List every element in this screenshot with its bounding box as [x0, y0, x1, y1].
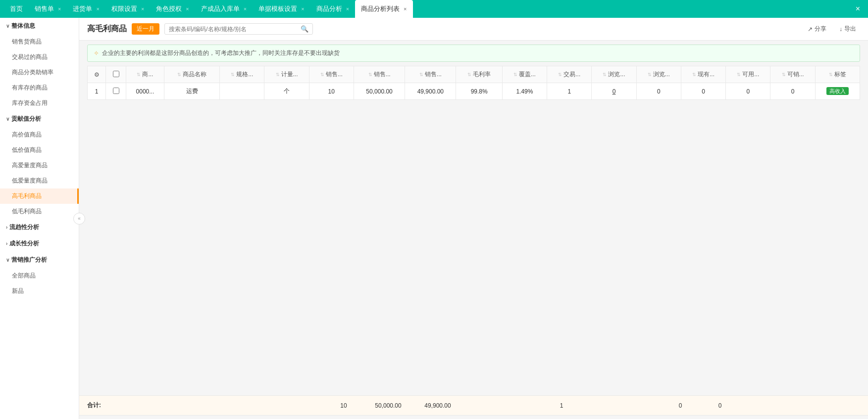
section-label: 营销推广分析 [11, 256, 47, 264]
share-button[interactable]: ↗ 分享 [804, 23, 830, 35]
sort-icon-current[interactable]: ⇅ [692, 72, 696, 77]
col-header-saleable[interactable]: ⇅可销... [770, 66, 815, 83]
sort-icon-coverage[interactable]: ⇅ [513, 72, 517, 77]
sort-icon-browse2[interactable]: ⇅ [648, 72, 652, 77]
sort-icon-sale_profit[interactable]: ⇅ [419, 72, 423, 77]
sort-icon-sale_qty[interactable]: ⇅ [320, 72, 324, 77]
row-checkbox[interactable] [113, 88, 119, 94]
sort-icon-gross_margin[interactable]: ⇅ [467, 72, 471, 77]
col-header-code[interactable]: ⇅商... [126, 66, 164, 83]
footer-cell-10 [502, 402, 542, 409]
sort-icon-browse1[interactable]: ⇅ [603, 72, 607, 77]
col-header-sale_qty[interactable]: ⇅销售... [309, 66, 354, 83]
nav-close-icon[interactable]: × [96, 6, 99, 12]
cell-trade[interactable]: 1 [547, 83, 592, 100]
sidebar-toggle-button[interactable]: « [73, 213, 85, 225]
sidebar-item-0-0[interactable]: 销售货商品 [0, 34, 79, 49]
select-all-checkbox[interactable] [113, 71, 119, 77]
sidebar-item-1-1[interactable]: 低价值商品 [0, 142, 79, 158]
nav-item-进货单[interactable]: 进货单× [67, 0, 105, 18]
sidebar-section-1[interactable]: ∨贡献值分析 [0, 111, 79, 127]
nav-close-icon[interactable]: × [141, 6, 144, 12]
sidebar-item-1-2[interactable]: 高爱量度商品 [0, 158, 79, 173]
sidebar-item-1-0[interactable]: 高价值商品 [0, 127, 79, 142]
tag-badge: 高收入 [826, 87, 849, 95]
col-header-unit[interactable]: ⇅计量... [264, 66, 309, 83]
col-header-coverage[interactable]: ⇅覆盖... [502, 66, 547, 83]
sort-icon-name[interactable]: ⇅ [177, 72, 181, 77]
browse-link[interactable]: 0 [613, 88, 616, 95]
sort-icon-sale_amount[interactable]: ⇅ [368, 72, 372, 77]
footer-cell-13 [621, 402, 661, 409]
export-button[interactable]: ↓ 导出 [835, 23, 860, 35]
nav-item-商品分析[interactable]: 商品分析× [310, 0, 355, 18]
col-header-tag[interactable]: ⇅标签 [815, 66, 860, 83]
footer-cell-1 [131, 402, 151, 409]
nav-close-icon[interactable]: × [244, 6, 247, 12]
settings-icon[interactable]: ⚙ [94, 71, 100, 78]
sidebar-section-3[interactable]: ›成长性分析 [0, 235, 79, 252]
bottom-scrollbar[interactable] [79, 415, 868, 419]
sidebar-item-1-4[interactable]: 高毛利商品 [0, 188, 79, 204]
col-header-browse1[interactable]: ⇅浏览... [592, 66, 636, 83]
sidebar-item-4-1[interactable]: 新品 [0, 283, 79, 299]
nav-close-icon[interactable]: × [404, 6, 407, 12]
sidebar-item-0-3[interactable]: 有库存的商品 [0, 80, 79, 95]
sort-icon-tag[interactable]: ⇅ [829, 72, 833, 77]
sidebar-item-1-3[interactable]: 低爱量度商品 [0, 173, 79, 188]
col-header-name[interactable]: ⇅商品名称 [164, 66, 220, 83]
col-header-sale_profit[interactable]: ⇅销售... [405, 66, 456, 83]
period-button[interactable]: 近一月 [132, 23, 159, 35]
footer-cell-7: 50,000.00 [363, 402, 413, 409]
nav-item-权限设置[interactable]: 权限设置× [105, 0, 150, 18]
sidebar-item-0-2[interactable]: 商品分类助销率 [0, 65, 79, 80]
sidebar-item-1-5[interactable]: 低毛利商品 [0, 204, 79, 219]
footer-cell-9 [462, 402, 502, 409]
nav-close-icon[interactable]: × [301, 6, 304, 12]
nav-item-销售单[interactable]: 销售单× [29, 0, 67, 18]
window-close-button[interactable]: × [852, 4, 864, 13]
cell-saleable: 0 [770, 83, 815, 100]
section-label: 流趋性分析 [9, 223, 39, 232]
table-row: 10000...运费个1050,000.0049,900.0099.8%1.49… [88, 83, 860, 100]
nav-item-单据模板设置[interactable]: 单据模板设置× [253, 0, 310, 18]
col-label-browse2: 浏览... [653, 70, 670, 79]
sidebar-item-0-4[interactable]: 库存资金占用 [0, 95, 79, 111]
col-header-current[interactable]: ⇅现有... [681, 66, 725, 83]
nav-item-商品分析列表[interactable]: 商品分析列表× [355, 0, 412, 18]
sort-icon-spec[interactable]: ⇅ [231, 72, 235, 77]
col-header-spec[interactable]: ⇅规格... [220, 66, 264, 83]
page-title: 高毛利商品 [87, 24, 127, 34]
sidebar-section-4[interactable]: ∨营销推广分析 [0, 252, 79, 268]
search-box[interactable]: 🔍 [164, 23, 313, 35]
sort-icon-trade[interactable]: ⇅ [558, 72, 562, 77]
nav-close-icon[interactable]: × [186, 6, 189, 12]
cell-spec [220, 83, 264, 100]
sort-icon-saleable[interactable]: ⇅ [782, 72, 786, 77]
col-header-gross_margin[interactable]: ⇅毛利率 [456, 66, 502, 83]
table-container[interactable]: ⚙⇅商...⇅商品名称⇅规格...⇅计量...⇅销售...⇅销售...⇅销售..… [87, 66, 860, 395]
nav-item-角色授权[interactable]: 角色授权× [150, 0, 195, 18]
sidebar-item-0-1[interactable]: 交易过的商品 [0, 49, 79, 65]
sidebar-section-0[interactable]: ∨整体信息 [0, 18, 79, 34]
col-header-trade[interactable]: ⇅交易... [547, 66, 592, 83]
col-label-sale_amount: 销售... [374, 70, 391, 79]
nav-close-icon[interactable]: × [346, 6, 349, 12]
footer-cell-15: 0 [700, 402, 740, 409]
col-header-browse2[interactable]: ⇅浏览... [636, 66, 681, 83]
col-header-available[interactable]: ⇅可用... [726, 66, 770, 83]
section-arrow-icon: ∨ [6, 116, 9, 122]
nav-item-产成品入库单[interactable]: 产成品入库单× [195, 0, 253, 18]
sort-icon-unit[interactable]: ⇅ [276, 72, 280, 77]
sidebar-section-2[interactable]: ›流趋性分析 [0, 219, 79, 235]
nav-item-首页[interactable]: 首页 [4, 0, 29, 18]
search-input[interactable] [169, 26, 299, 33]
nav-close-icon[interactable]: × [58, 6, 61, 12]
sort-icon-code[interactable]: ⇅ [137, 72, 141, 77]
col-label-code: 商... [142, 70, 153, 79]
col-header-sale_amount[interactable]: ⇅销售... [354, 66, 405, 83]
cell-gross_margin: 99.8% [456, 83, 502, 100]
sort-icon-available[interactable]: ⇅ [737, 72, 741, 77]
sidebar-item-4-0[interactable]: 全部商品 [0, 268, 79, 283]
col-label-browse1: 浏览... [608, 70, 625, 79]
